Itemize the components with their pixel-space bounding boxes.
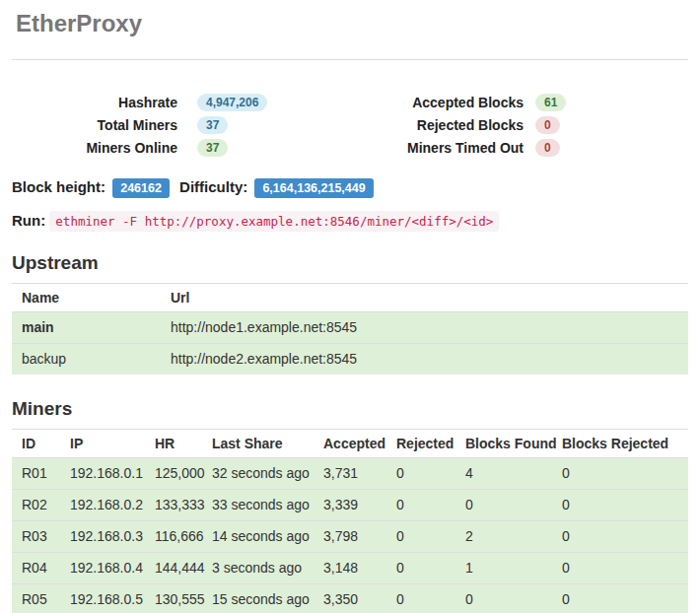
stat-label: Miners Timed Out [350, 140, 524, 157]
table-cell: 3 seconds ago [202, 553, 314, 584]
upstream-table-body: mainhttp://node1.example.net:8545backuph… [12, 312, 688, 375]
upstream-row: mainhttp://node1.example.net:8545 [12, 312, 688, 344]
miner-row: R05192.168.0.5130,55515 seconds ago3,350… [12, 584, 688, 613]
page-container: EtherProxy Hashrate4,947,206Total Miners… [0, 10, 700, 613]
difficulty-label: Difficulty: [179, 178, 247, 195]
stat-row: Hashrate4,947,206 [12, 94, 350, 111]
table-cell: 0 [552, 458, 688, 490]
upstream-header-row: NameUrl [12, 284, 688, 312]
miners-table: IDIPHRLast ShareAcceptedRejectedBlocks F… [12, 429, 688, 613]
table-cell: 3,798 [314, 521, 386, 553]
upstream-heading: Upstream [12, 252, 688, 274]
stat-row: Miners Online37 [12, 139, 350, 157]
upstream-name-cell: main [12, 312, 161, 344]
table-cell: 15 seconds ago [202, 584, 314, 613]
column-header: Last Share [202, 430, 314, 458]
stat-badge: 0 [535, 116, 560, 134]
column-header: Blocks Rejected [552, 430, 688, 458]
upstream-name-cell: backup [12, 344, 161, 375]
run-command: ethminer -F http://proxy.example.net:854… [49, 211, 499, 232]
table-cell: 144,444 [145, 553, 202, 584]
table-cell: 0 [386, 490, 455, 521]
difficulty-badge: 6,164,136,215,449 [254, 178, 373, 198]
column-header: IP [60, 430, 145, 458]
stat-badge: 0 [535, 139, 560, 157]
column-header: Accepted [314, 430, 386, 458]
table-cell: 125,000 [145, 458, 202, 490]
table-cell: 0 [386, 584, 455, 613]
table-cell: 14 seconds ago [202, 521, 314, 553]
page-title: EtherProxy [16, 10, 688, 37]
table-cell: R03 [12, 521, 60, 553]
stat-row: Miners Timed Out0 [350, 139, 688, 157]
column-header: Rejected [386, 430, 455, 458]
upstream-url-cell: http://node1.example.net:8545 [161, 312, 688, 344]
block-height-label: Block height: [12, 178, 105, 195]
table-cell: 116,666 [145, 521, 202, 553]
miner-row: R04192.168.0.4144,4443 seconds ago3,1480… [12, 553, 688, 584]
column-header: HR [145, 430, 202, 458]
stats-section: Hashrate4,947,206Total Miners37Miners On… [12, 94, 688, 162]
column-header: Name [12, 284, 161, 312]
stat-label: Hashrate [12, 95, 177, 111]
stat-label: Total Miners [12, 117, 177, 134]
stat-row: Accepted Blocks61 [350, 94, 688, 111]
table-cell: 0 [552, 584, 688, 613]
stats-col-right: Accepted Blocks61Rejected Blocks0Miners … [350, 94, 688, 162]
table-cell: 0 [455, 584, 552, 613]
miners-header-row: IDIPHRLast ShareAcceptedRejectedBlocks F… [12, 430, 688, 458]
table-cell: R05 [12, 584, 60, 613]
stat-badge: 61 [535, 94, 566, 111]
table-cell: 3,339 [314, 490, 386, 521]
table-cell: 192.168.0.1 [60, 458, 145, 490]
title-divider [12, 59, 688, 60]
table-cell: 32 seconds ago [202, 458, 314, 490]
stats-col-left: Hashrate4,947,206Total Miners37Miners On… [12, 94, 350, 162]
table-cell: 33 seconds ago [202, 490, 314, 521]
block-height-badge: 246162 [112, 178, 170, 198]
miner-row: R02192.168.0.2133,33333 seconds ago3,339… [12, 490, 688, 521]
stat-label: Miners Online [12, 140, 177, 157]
table-cell: 192.168.0.3 [60, 521, 145, 553]
table-cell: 130,555 [145, 584, 202, 613]
run-label: Run: [12, 212, 45, 229]
table-cell: 0 [552, 521, 688, 553]
stat-label: Accepted Blocks [350, 95, 524, 111]
table-cell: 4 [455, 458, 552, 490]
upstream-url-cell: http://node2.example.net:8545 [161, 344, 688, 375]
table-cell: 0 [386, 458, 455, 490]
miner-row: R01192.168.0.1125,00032 seconds ago3,731… [12, 458, 688, 490]
table-cell: 133,333 [145, 490, 202, 521]
stat-badge: 37 [197, 139, 228, 157]
table-cell: R01 [12, 458, 60, 490]
run-line: Run: ethminer -F http://proxy.example.ne… [12, 212, 688, 229]
table-cell: 0 [386, 553, 455, 584]
table-cell: 0 [552, 553, 688, 584]
table-cell: 3,148 [314, 553, 386, 584]
table-cell: 0 [552, 490, 688, 521]
table-cell: 0 [455, 490, 552, 521]
table-cell: 3,731 [314, 458, 386, 490]
table-cell: R04 [12, 553, 60, 584]
table-cell: 1 [455, 553, 552, 584]
block-info-line: Block height: 246162 Difficulty: 6,164,1… [12, 178, 688, 198]
table-cell: 192.168.0.5 [60, 584, 145, 613]
stat-row: Rejected Blocks0 [350, 116, 688, 134]
stat-badge: 37 [197, 116, 228, 134]
table-cell: 192.168.0.4 [60, 553, 145, 584]
stat-row: Total Miners37 [12, 116, 350, 134]
miner-row: R03192.168.0.3116,66614 seconds ago3,798… [12, 521, 688, 553]
upstream-table: NameUrl mainhttp://node1.example.net:854… [12, 283, 688, 375]
table-cell: 2 [455, 521, 552, 553]
miners-table-body: R01192.168.0.1125,00032 seconds ago3,731… [12, 458, 688, 613]
table-cell: R02 [12, 490, 60, 521]
table-cell: 3,350 [314, 584, 386, 613]
miners-heading: Miners [12, 398, 688, 420]
stat-label: Rejected Blocks [350, 117, 524, 134]
column-header: Blocks Found [455, 430, 552, 458]
upstream-row: backuphttp://node2.example.net:8545 [12, 344, 688, 375]
column-header: Url [161, 284, 688, 312]
column-header: ID [12, 430, 60, 458]
stat-badge: 4,947,206 [197, 94, 267, 111]
table-cell: 192.168.0.2 [60, 490, 145, 521]
